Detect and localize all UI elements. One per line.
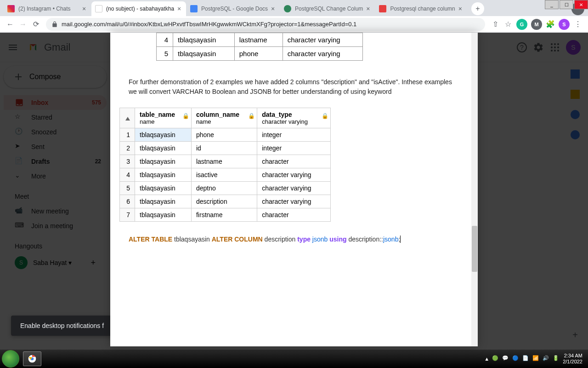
- col-header-table-name: table_namename🔒: [135, 108, 192, 128]
- share-icon[interactable]: ⇧: [489, 18, 502, 31]
- tray-app-icon[interactable]: 📄: [522, 355, 530, 362]
- google-docs-icon: [190, 5, 198, 12]
- desktop-notification-toast[interactable]: Enable desktop notifications f: [11, 316, 113, 336]
- svg-point-6: [554, 46, 556, 48]
- tray-app-icon[interactable]: 💬: [502, 355, 509, 362]
- sidebar-drafts[interactable]: 📄 Drafts 22: [4, 154, 107, 169]
- tab-close-icon[interactable]: ×: [365, 6, 371, 12]
- chrome-icon: [28, 354, 37, 363]
- grammarly-icon[interactable]: G: [516, 19, 527, 30]
- sidebar-starred[interactable]: ☆ Starred: [4, 110, 107, 125]
- system-tray: ▲ 🟢 💬 🔵 📄 📶 🔊 🔋 2:34 AM 2/1/2022: [484, 353, 586, 365]
- gmail-sidebar: Compose Inbox 575 ☆ Starred 🕐 Snoozed ➤ …: [0, 62, 110, 350]
- taskbar-clock[interactable]: 2:34 AM 2/1/2022: [563, 353, 582, 365]
- lock-icon: [51, 21, 58, 28]
- url-input[interactable]: mail.google.com/mail/u/0/#inbox/KtbxLwHP…: [46, 18, 485, 31]
- table-row: 7tblaqsayasinfirstnamecharacter: [120, 208, 331, 222]
- tab-title: (no subject) - sabahayatkha: [106, 6, 174, 12]
- back-button[interactable]: ←: [4, 18, 17, 31]
- svg-point-10: [557, 50, 559, 52]
- sidebar-hangouts-heading: Hangouts: [4, 239, 107, 253]
- tab-close-icon[interactable]: ×: [176, 6, 182, 12]
- tab-postgres-change[interactable]: PostgreSQL Change Colum ×: [280, 1, 375, 16]
- tray-app-icon[interactable]: 🟢: [492, 355, 499, 362]
- compose-button[interactable]: Compose: [4, 66, 107, 88]
- sidebar-meet-heading: Meet: [4, 189, 107, 204]
- tab-close-icon[interactable]: ×: [270, 6, 276, 12]
- minimize-button[interactable]: _: [545, 0, 559, 9]
- description-paragraph: For further demonstration of 2 examples …: [119, 77, 469, 97]
- scrollbar-thumb[interactable]: [472, 226, 477, 272]
- close-window-button[interactable]: ✕: [574, 0, 588, 9]
- sidebar-more[interactable]: ⌄ More: [4, 169, 107, 184]
- table-row: 1tblaqsayasinphoneinteger: [120, 128, 331, 142]
- calendar-icon[interactable]: [571, 69, 580, 79]
- svg-point-5: [551, 46, 553, 48]
- battery-icon[interactable]: 🔋: [553, 355, 560, 362]
- extension-icon[interactable]: M: [531, 19, 542, 30]
- tab-title: Postgresql change column: [390, 6, 455, 12]
- tab-gdocs[interactable]: PostgreSQL - Google Docs ×: [187, 1, 280, 16]
- apps-icon[interactable]: [549, 42, 560, 53]
- profile-avatar-icon[interactable]: S: [559, 19, 570, 30]
- forward-button[interactable]: →: [17, 18, 29, 31]
- tab-instagram[interactable]: (2) Instagram • Chats ×: [4, 1, 91, 16]
- menu-icon[interactable]: [7, 42, 18, 53]
- chrome-menu-icon[interactable]: ⋮: [571, 18, 584, 31]
- scrollbar[interactable]: [471, 33, 478, 346]
- site-icon: [379, 5, 386, 12]
- columns-result-table: table_namename🔒 column_namename🔒 data_ty…: [119, 108, 331, 222]
- sidebar-snoozed[interactable]: 🕐 Snoozed: [4, 125, 107, 139]
- keep-icon[interactable]: [571, 90, 580, 99]
- user-badge-icon: S: [15, 256, 28, 269]
- tab-postgres-col[interactable]: Postgresql change column ×: [375, 1, 467, 16]
- settings-icon[interactable]: [533, 42, 544, 53]
- side-panel: +: [562, 62, 588, 350]
- svg-point-4: [557, 43, 559, 45]
- table-row: 3tblaqsayasinlastnamecharacter: [120, 155, 331, 168]
- volume-icon[interactable]: 🔊: [543, 355, 550, 362]
- plus-icon[interactable]: +: [90, 258, 96, 268]
- start-button[interactable]: [2, 350, 19, 368]
- attachment-preview: 4tblaqsayasinlastnamecharacter varying 5…: [110, 33, 478, 346]
- taskbar-chrome[interactable]: [23, 351, 41, 366]
- sql-statement: ALTER TABLE tblaqsayasin ALTER COLUMN de…: [119, 236, 469, 243]
- table-row: 4tblaqsayasinlastnamecharacter varying: [157, 33, 363, 47]
- account-avatar[interactable]: S: [566, 40, 581, 55]
- compose-icon: [13, 71, 24, 82]
- table-row: 5tblaqsayasindeptnocharacter varying: [120, 182, 331, 195]
- help-icon[interactable]: ?: [516, 42, 527, 53]
- tray-up-icon[interactable]: ▲: [484, 356, 489, 362]
- lock-icon: 🔒: [248, 113, 255, 119]
- sidebar-join-meeting[interactable]: ⌨ Join a meeting: [4, 218, 107, 233]
- col-header-column-name: column_namename🔒: [191, 108, 257, 128]
- sidebar-inbox[interactable]: Inbox 575: [4, 95, 107, 110]
- gmail-logo[interactable]: Gmail: [26, 41, 70, 53]
- sent-icon: ➤: [15, 142, 24, 151]
- sidebar-new-meeting[interactable]: 📹 New meeting: [4, 204, 107, 218]
- extensions-icon[interactable]: 🧩: [544, 18, 557, 31]
- add-panel-icon[interactable]: +: [572, 330, 578, 340]
- network-icon[interactable]: 📶: [532, 355, 540, 362]
- table-row: 2tblaqsayasinidinteger: [120, 142, 331, 155]
- tab-close-icon[interactable]: ×: [81, 6, 87, 12]
- svg-text:?: ?: [520, 44, 524, 51]
- maximize-button[interactable]: ☐: [560, 0, 573, 9]
- sidebar-hangouts-user[interactable]: S Saba Hayat ▾ +: [4, 253, 107, 272]
- lock-icon: 🔒: [322, 113, 328, 119]
- sidebar-sent[interactable]: ➤ Sent: [4, 139, 107, 154]
- tasks-icon[interactable]: [571, 110, 580, 119]
- col-header-data-type: data_typecharacter varying🔒: [257, 108, 331, 128]
- tab-gmail[interactable]: (no subject) - sabahayatkha ×: [91, 1, 186, 16]
- tab-title: PostgreSQL - Google Docs: [201, 6, 268, 12]
- reload-button[interactable]: ⟳: [29, 18, 42, 31]
- tray-app-icon[interactable]: 🔵: [512, 355, 520, 362]
- tab-close-icon[interactable]: ×: [457, 6, 464, 12]
- windows-taskbar: ▲ 🟢 💬 🔵 📄 📶 🔊 🔋 2:34 AM 2/1/2022: [0, 350, 588, 368]
- address-bar: ← → ⟳ mail.google.com/mail/u/0/#inbox/Kt…: [0, 16, 588, 33]
- new-tab-button[interactable]: +: [471, 2, 484, 15]
- bookmark-star-icon[interactable]: ☆: [502, 18, 514, 31]
- tab-title: PostgreSQL Change Colum: [295, 6, 363, 12]
- contacts-icon[interactable]: [571, 130, 580, 139]
- chevron-down-icon: ▾: [68, 259, 72, 266]
